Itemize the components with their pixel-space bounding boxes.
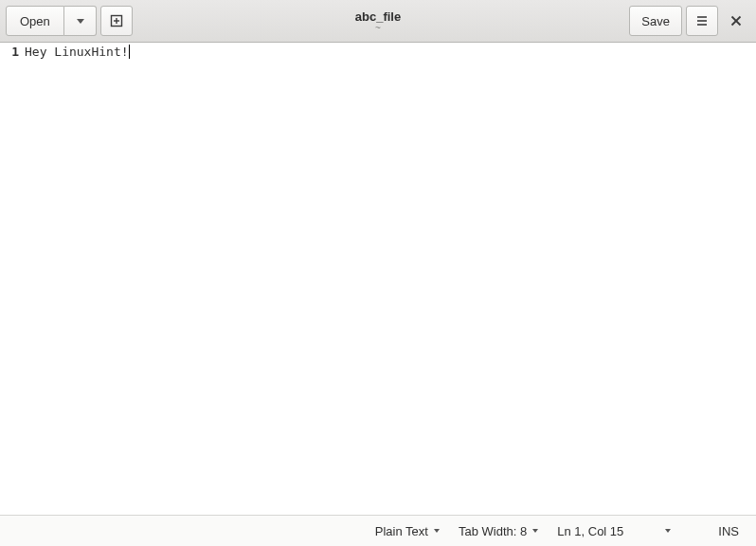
insert-mode-indicator[interactable]: INS <box>709 516 748 546</box>
text-cursor <box>129 45 130 59</box>
text-editor[interactable]: Hey LinuxHint! <box>23 43 756 515</box>
header-left-group: Open <box>6 6 133 36</box>
tab-width-label: Tab Width: 8 <box>459 524 527 538</box>
hamburger-icon <box>694 13 710 28</box>
tab-width-selector[interactable]: Tab Width: 8 <box>449 516 548 546</box>
syntax-mode-label: Plain Text <box>375 524 428 538</box>
save-button[interactable]: Save <box>629 6 682 36</box>
chevron-down-icon <box>532 529 538 533</box>
save-button-label: Save <box>641 14 670 28</box>
document-title: abc_file <box>355 9 401 24</box>
new-tab-button[interactable] <box>100 6 133 36</box>
hamburger-menu-button[interactable] <box>686 6 718 36</box>
open-button-label: Open <box>20 14 50 28</box>
document-path: ~ <box>375 24 381 33</box>
line-number-gutter: 1 <box>0 43 23 515</box>
status-bar: Plain Text Tab Width: 8 Ln 1, Col 15 INS <box>0 515 756 546</box>
open-recent-dropdown-button[interactable] <box>64 6 97 36</box>
cursor-position-selector[interactable]: Ln 1, Col 15 <box>548 516 709 546</box>
header-right-group: Save <box>629 6 750 36</box>
header-bar: Open abc_file ~ Save <box>0 0 756 43</box>
insert-mode-label: INS <box>718 524 739 538</box>
editor-area: 1 Hey LinuxHint! <box>0 43 756 515</box>
close-icon <box>730 15 742 27</box>
chevron-down-icon <box>434 529 440 533</box>
chevron-down-icon <box>665 529 671 533</box>
line-number: 1 <box>0 45 19 59</box>
open-button[interactable]: Open <box>6 6 64 36</box>
new-document-icon <box>109 13 124 28</box>
editor-line: Hey LinuxHint! <box>25 45 129 59</box>
open-button-group: Open <box>6 6 97 36</box>
cursor-position-label: Ln 1, Col 15 <box>557 524 623 538</box>
close-window-button[interactable] <box>722 6 750 36</box>
chevron-down-icon <box>77 19 84 24</box>
syntax-mode-selector[interactable]: Plain Text <box>366 516 449 546</box>
